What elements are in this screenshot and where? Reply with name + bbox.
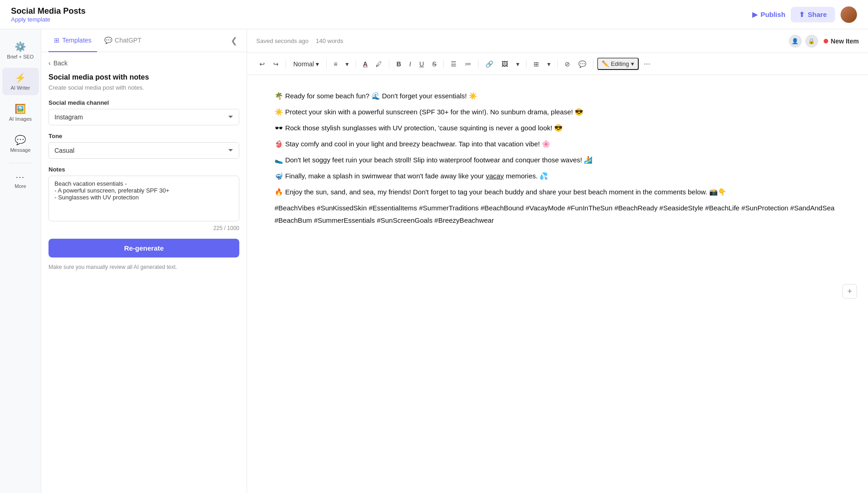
notes-group: Notes Beach vacation essentials - - A po… — [49, 166, 239, 231]
left-sidebar: ⚙️ Brief + SEO ⚡ AI Writer 🖼️ AI Images … — [0, 29, 41, 493]
tone-label: Tone — [49, 133, 239, 139]
tab-templates[interactable]: ⊞ Templates — [49, 29, 97, 52]
header-right: ▶ Publish ⬆ Share — [752, 6, 857, 23]
underline-button[interactable]: U — [416, 58, 427, 70]
style-select[interactable]: Normal ▾ — [290, 59, 323, 70]
table-button[interactable]: ⊞ — [530, 58, 542, 70]
pencil-icon: ✏️ — [602, 60, 609, 67]
toolbar-sep-4 — [389, 59, 389, 69]
editor-toolbar: ↩ ↪ Normal ▾ ≡ ▾ A 🖊 B I U S ☰ ≔ 🔗 🖼 ▾ — [247, 53, 868, 75]
back-link[interactable]: ‹ Back — [49, 59, 239, 67]
more-icon: ··· — [16, 173, 25, 182]
bold-button[interactable]: B — [393, 58, 404, 70]
editor-area: Saved seconds ago 140 words 👤 🔒 New Item… — [247, 29, 868, 493]
word-count: 140 words — [316, 38, 343, 44]
top-header: Social Media Posts Apply template ▶ Publ… — [0, 0, 868, 29]
undo-button[interactable]: ↩ — [256, 58, 268, 70]
chatgpt-tab-icon: 💬 — [104, 37, 112, 44]
toolbar-sep-3 — [356, 59, 356, 69]
tone-select[interactable]: Casual Formal Friendly Professional — [49, 142, 239, 159]
new-item-dot — [824, 39, 828, 43]
user-avatar-1: 👤 — [789, 35, 802, 48]
publish-icon: ▶ — [752, 11, 758, 19]
italic-button[interactable]: I — [406, 58, 415, 70]
editor-topbar: Saved seconds ago 140 words 👤 🔒 New Item — [247, 29, 868, 53]
share-icon: ⬆ — [799, 11, 805, 19]
panel-body: ‹ Back Social media post with notes Crea… — [41, 52, 247, 493]
tab-chatgpt[interactable]: 💬 ChatGPT — [99, 29, 147, 52]
social-channel-select[interactable]: Instagram Facebook Twitter LinkedIn TikT… — [49, 109, 239, 125]
content-line-6: 🤿 Finally, make a splash in swimwear tha… — [275, 170, 841, 182]
char-count: 225 / 1000 — [49, 225, 239, 231]
sidebar-item-brief-seo[interactable]: ⚙️ Brief + SEO — [2, 37, 39, 64]
comment-button[interactable]: 💬 — [575, 58, 589, 70]
add-block-button[interactable]: + — [842, 284, 857, 299]
sidebar-item-ai-images[interactable]: 🖼️ AI Images — [2, 99, 39, 126]
content-line-1: 🌴 Ready for some beach fun? 🌊 Don't forg… — [275, 90, 841, 102]
message-icon: 💬 — [15, 134, 26, 145]
toolbar-sep-2 — [326, 59, 327, 69]
ai-disclaimer: Make sure you manually review all AI gen… — [49, 263, 239, 271]
panel-tabs: ⊞ Templates 💬 ChatGPT ❮ — [41, 29, 247, 52]
social-channel-label: Social media channel — [49, 99, 239, 106]
share-button[interactable]: ⬆ Share — [791, 7, 835, 22]
brief-seo-icon: ⚙️ — [15, 41, 26, 52]
avatar[interactable] — [841, 6, 857, 23]
publish-button[interactable]: ▶ Publish — [752, 11, 785, 19]
image-chevron[interactable]: ▾ — [513, 58, 523, 70]
panel-collapse-button[interactable]: ❮ — [229, 34, 239, 48]
align-left-button[interactable]: ≡ — [330, 58, 340, 70]
content-line-4: 👙 Stay comfy and cool in your light and … — [275, 138, 841, 150]
saved-status: Saved seconds ago — [256, 38, 308, 44]
tone-group: Tone Casual Formal Friendly Professional — [49, 133, 239, 159]
strikethrough-button[interactable]: S — [429, 58, 440, 70]
social-channel-group: Social media channel Instagram Facebook … — [49, 99, 239, 125]
sidebar-item-message[interactable]: 💬 Message — [2, 130, 39, 157]
back-icon: ‹ — [49, 59, 51, 67]
sidebar-divider — [9, 163, 32, 163]
link-button[interactable]: 🔗 — [482, 58, 496, 70]
apply-template-link[interactable]: Apply template — [11, 16, 86, 23]
table-chevron[interactable]: ▾ — [544, 58, 554, 70]
sidebar-item-more[interactable]: ··· More — [2, 169, 39, 193]
toolbar-sep-6 — [478, 59, 479, 69]
content-line-2: ☀️ Protect your skin with a powerful sun… — [275, 106, 841, 118]
align-chevron-button[interactable]: ▾ — [342, 58, 352, 70]
toolbar-sep-7 — [526, 59, 527, 69]
content-line-3: 🕶️ Rock those stylish sunglasses with UV… — [275, 122, 841, 134]
vacay-underline: vacay — [486, 172, 504, 180]
text-color-button[interactable]: A — [360, 58, 371, 70]
sidebar-item-ai-writer[interactable]: ⚡ AI Writer — [2, 68, 39, 95]
redo-button[interactable]: ↪ — [270, 58, 282, 70]
header-left: Social Media Posts Apply template — [11, 6, 86, 23]
image-button[interactable]: 🖼 — [498, 58, 511, 70]
ai-images-icon: 🖼️ — [15, 103, 26, 114]
toolbar-sep-1 — [286, 59, 286, 69]
numbered-list-button[interactable]: ≔ — [462, 58, 474, 70]
main-layout: ⚙️ Brief + SEO ⚡ AI Writer 🖼️ AI Images … — [0, 29, 868, 493]
toolbar-sep-9 — [593, 59, 593, 69]
new-item-button[interactable]: New Item — [824, 38, 859, 45]
panel: ⊞ Templates 💬 ChatGPT ❮ ‹ Back Social me… — [41, 29, 247, 493]
bullet-list-button[interactable]: ☰ — [447, 58, 460, 70]
hashtags: #BeachVibes #SunKissedSkin #EssentialIte… — [275, 202, 841, 226]
ai-writer-icon: ⚡ — [15, 72, 26, 83]
content-line-7: 🔥 Enjoy the sun, sand, and sea, my frien… — [275, 186, 841, 198]
templates-tab-icon: ⊞ — [54, 37, 59, 44]
user-avatar-2: 🔒 — [805, 35, 818, 48]
regenerate-button[interactable]: Re-generate — [49, 239, 239, 257]
editor-content[interactable]: 🌴 Ready for some beach fun? 🌊 Don't forg… — [247, 75, 868, 493]
notes-textarea[interactable]: Beach vacation essentials - - A powerful… — [49, 176, 239, 221]
highlight-button[interactable]: 🖊 — [372, 58, 385, 70]
more-options-button[interactable]: ⋯ — [641, 58, 653, 70]
editor-meta: Saved seconds ago 140 words — [256, 38, 343, 44]
editor-users: 👤 🔒 — [789, 35, 818, 48]
page-title: Social Media Posts — [11, 6, 86, 16]
toolbar-sep-8 — [557, 59, 558, 69]
toolbar-sep-5 — [443, 59, 444, 69]
form-title: Social media post with notes — [49, 73, 239, 81]
style-chevron-icon: ▾ — [316, 60, 319, 68]
clear-format-button[interactable]: ⊘ — [561, 58, 573, 70]
editing-mode-button[interactable]: ✏️ Editing ▾ — [597, 58, 639, 70]
form-subtitle: Create social media post with notes. — [49, 84, 239, 91]
